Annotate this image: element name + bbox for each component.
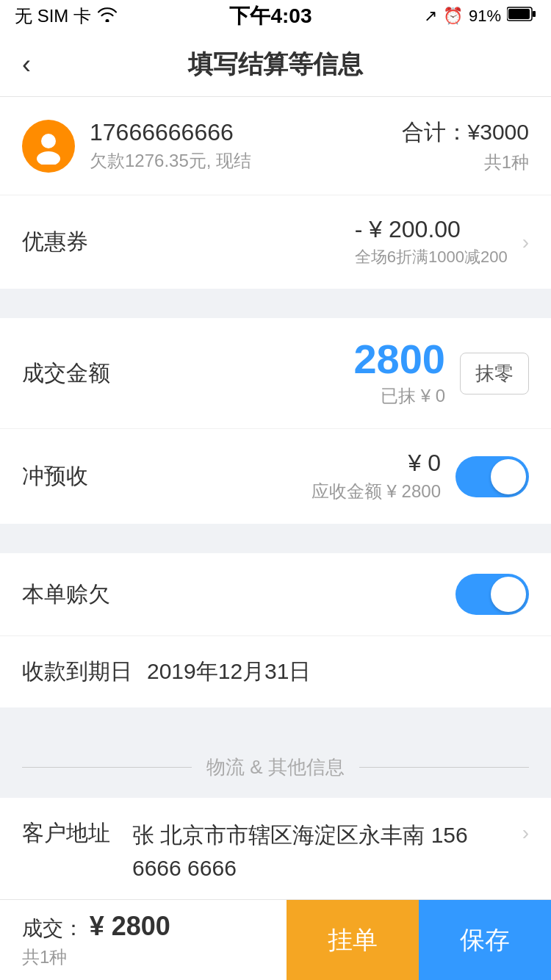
status-bar: 无 SIM 卡 下午4:03 ↗ ⏰ 91% [0,0,551,32]
deal-amount-label: 成交金额 [22,359,110,389]
deal-right: 2800 已抹 ¥ 0 抹零 [353,339,529,408]
bottom-bar: 成交： ¥ 2800 共1种 挂单 保存 [0,899,551,980]
address-card: 客户地址 张 北京市市辖区海淀区永丰南 156 6666 6666 › [0,798,551,905]
status-time: 下午4:03 [229,2,311,30]
customer-card: 17666666666 欠款1276.35元, 现结 合计：¥3000 共1种 … [0,97,551,289]
alarm-icon: ⏰ [443,7,463,26]
writeoff-card: 本单赊欠 收款到期日 2019年12月31日 [0,553,551,707]
address-chevron-right-icon: › [522,821,529,845]
duedate-value: 2019年12月31日 [147,657,311,687]
logistics-line-right [359,767,529,768]
coupon-desc: 全场6折满1000减200 [355,246,508,268]
duedate-row: 收款到期日 2019年12月31日 [0,635,551,707]
logistics-text: 物流 & 其他信息 [206,754,345,780]
writeoff-label: 本单赊欠 [22,580,110,610]
status-left: 无 SIM 卡 [15,4,118,28]
customer-sub: 欠款1276.35元, 现结 [90,149,251,173]
svg-rect-1 [533,11,536,17]
battery-text: 91% [469,7,501,26]
save-button[interactable]: 保存 [419,900,551,981]
prereceive-right: ¥ 0 应收金额 ¥ 2800 [311,450,529,503]
deal-amount-card: 成交金额 2800 已抹 ¥ 0 抹零 冲预收 ¥ 0 应收金额 ¥ 2800 [0,318,551,524]
svg-point-4 [37,151,60,165]
address-value: 张 北京市市辖区海淀区永丰南 156 6666 6666 [132,818,515,884]
svg-rect-2 [508,9,530,19]
prereceive-sub: 应收金额 ¥ 2800 [311,480,441,503]
deal-amount-wrap: 2800 已抹 ¥ 0 [353,339,445,408]
hold-button[interactable]: 挂单 [287,900,419,981]
prereceive-toggle[interactable] [455,456,529,497]
coupon-right: - ¥ 200.00 全场6折满1000减200 › [355,216,529,268]
status-right: ↗ ⏰ 91% [424,6,536,26]
prereceive-label: 冲预收 [22,461,88,491]
bottom-deal-amount: ¥ 2800 [90,911,170,941]
deal-amount-row: 成交金额 2800 已抹 ¥ 0 抹零 [0,318,551,428]
address-label: 客户地址 [22,818,110,849]
address-row[interactable]: 客户地址 张 北京市市辖区海淀区永丰南 156 6666 6666 › [0,798,551,905]
prereceive-amount-wrap: ¥ 0 应收金额 ¥ 2800 [311,450,441,503]
logistics-header: 物流 & 其他信息 [0,737,551,798]
bottom-deal-line: 成交： ¥ 2800 [22,911,264,943]
coupon-label: 优惠券 [22,227,88,257]
customer-info: 17666666666 欠款1276.35元, 现结 [90,119,251,173]
coupon-amount: - ¥ 200.00 [355,216,508,243]
customer-left: 17666666666 欠款1276.35元, 现结 [22,119,251,173]
svg-point-3 [41,134,56,148]
avatar [22,120,75,173]
coupon-row[interactable]: 优惠券 - ¥ 200.00 全场6折满1000减200 › [0,195,551,289]
back-button[interactable]: ‹ [22,49,66,80]
writeoff-toggle-knob [491,577,526,612]
battery-icon [507,6,536,26]
location-icon: ↗ [424,7,437,26]
customer-phone: 17666666666 [90,119,251,146]
section-divider-3 [0,722,551,737]
total-amount: 合计：¥3000 [402,118,529,148]
no-sim-text: 无 SIM 卡 [15,4,91,28]
section-divider-2 [0,538,551,553]
main-content: 17666666666 欠款1276.35元, 现结 合计：¥3000 共1种 … [0,97,551,980]
bottom-deal-label: 成交： [22,917,84,940]
logistics-line-left [22,767,192,768]
deal-amount-sub: 已抹 ¥ 0 [353,384,445,408]
bottom-count: 共1种 [22,945,264,969]
customer-row: 17666666666 欠款1276.35元, 现结 合计：¥3000 共1种 [0,97,551,195]
prereceive-toggle-knob [491,459,526,494]
writeoff-toggle[interactable] [455,574,529,615]
prereceive-row: 冲预收 ¥ 0 应收金额 ¥ 2800 [0,428,551,524]
deal-amount-value: 2800 [353,339,445,380]
section-divider-1 [0,303,551,318]
bottom-summary: 成交： ¥ 2800 共1种 [0,911,287,969]
coupon-info: - ¥ 200.00 全场6折满1000减200 [355,216,508,268]
coupon-chevron-right-icon: › [522,231,529,254]
prereceive-amount: ¥ 0 [311,450,441,477]
duedate-label: 收款到期日 [22,657,132,687]
page-title: 填写结算等信息 [188,48,363,82]
total-count: 共1种 [402,151,529,174]
round-zero-button[interactable]: 抹零 [460,353,529,394]
customer-total: 合计：¥3000 共1种 [402,118,529,174]
nav-bar: ‹ 填写结算等信息 [0,32,551,97]
wifi-icon [97,6,118,26]
writeoff-row: 本单赊欠 [0,553,551,635]
